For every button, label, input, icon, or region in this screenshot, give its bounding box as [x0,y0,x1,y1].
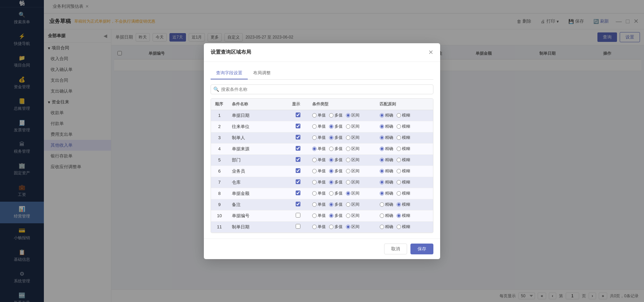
match-fuzzy-7[interactable]: 模糊 [397,179,410,185]
radio-exact-11[interactable] [380,225,384,229]
radio-exact-9[interactable] [380,202,384,207]
radio-exact-7[interactable] [380,180,384,184]
show-checkbox-10[interactable] [296,213,300,218]
radio-range-6[interactable] [346,169,350,173]
save-dialog-button[interactable]: 保存 [410,244,433,254]
type-multi-5[interactable]: 多值 [329,157,343,163]
radio-range-1[interactable] [346,113,350,118]
match-exact-5[interactable]: 精确 [380,157,393,163]
type-range-7[interactable]: 区间 [346,179,359,185]
show-checkbox-4[interactable] [296,146,300,151]
type-range-3[interactable]: 区间 [346,135,359,141]
radio-fuzzy-2[interactable] [397,124,401,129]
radio-multi-2[interactable] [329,124,333,129]
type-range-4[interactable]: 区间 [346,146,359,152]
type-multi-9[interactable]: 多值 [329,202,343,207]
radio-range-2[interactable] [346,124,350,129]
match-fuzzy-6[interactable]: 模糊 [397,168,410,174]
radio-fuzzy-4[interactable] [397,147,401,151]
radio-single-4[interactable] [312,147,317,151]
radio-exact-1[interactable] [380,113,384,118]
radio-fuzzy-9[interactable] [397,202,401,207]
type-single-8[interactable]: 单值 [312,191,326,196]
radio-exact-10[interactable] [380,213,384,218]
type-multi-10[interactable]: 多值 [329,213,343,219]
radio-single-2[interactable] [312,124,317,129]
radio-range-10[interactable] [346,213,350,218]
type-single-11[interactable]: 单值 [312,224,326,230]
radio-single-8[interactable] [312,191,317,196]
type-range-2[interactable]: 区间 [346,124,359,129]
match-fuzzy-5[interactable]: 模糊 [397,157,410,163]
radio-single-6[interactable] [312,169,317,173]
radio-range-3[interactable] [346,135,350,140]
radio-single-11[interactable] [312,225,317,229]
match-fuzzy-11[interactable]: 模糊 [397,224,410,230]
show-checkbox-2[interactable] [296,124,300,128]
type-range-11[interactable]: 区间 [346,224,359,230]
type-single-2[interactable]: 单值 [312,124,326,129]
match-fuzzy-2[interactable]: 模糊 [397,124,410,129]
type-range-10[interactable]: 区间 [346,213,359,219]
match-exact-2[interactable]: 精确 [380,124,393,129]
match-fuzzy-10[interactable]: 模糊 [397,213,410,219]
match-exact-9[interactable]: 精确 [380,202,393,207]
type-range-1[interactable]: 区间 [346,112,359,118]
type-multi-6[interactable]: 多值 [329,168,343,174]
match-fuzzy-3[interactable]: 模糊 [397,135,410,141]
match-fuzzy-9[interactable]: 模糊 [397,202,410,207]
radio-multi-11[interactable] [329,225,333,229]
radio-multi-7[interactable] [329,180,333,184]
show-checkbox-1[interactable] [296,112,300,117]
radio-multi-9[interactable] [329,202,333,207]
radio-multi-5[interactable] [329,158,333,162]
type-range-9[interactable]: 区间 [346,202,359,207]
radio-range-5[interactable] [346,158,350,162]
type-multi-2[interactable]: 多值 [329,124,343,129]
show-checkbox-3[interactable] [296,135,300,140]
radio-single-3[interactable] [312,135,317,140]
radio-exact-2[interactable] [380,124,384,129]
type-multi-4[interactable]: 多值 [329,146,343,152]
show-checkbox-9[interactable] [296,202,300,206]
type-single-4[interactable]: 单值 [312,146,326,152]
match-exact-4[interactable]: 精确 [380,146,393,152]
type-single-9[interactable]: 单值 [312,202,326,207]
radio-single-9[interactable] [312,202,317,207]
type-multi-3[interactable]: 多值 [329,135,343,141]
match-exact-10[interactable]: 精确 [380,213,393,219]
radio-multi-3[interactable] [329,135,333,140]
type-single-7[interactable]: 单值 [312,179,326,185]
match-exact-8[interactable]: 精确 [380,191,393,196]
show-checkbox-8[interactable] [296,191,300,195]
radio-multi-8[interactable] [329,191,333,196]
radio-multi-4[interactable] [329,147,333,151]
radio-exact-6[interactable] [380,169,384,173]
radio-exact-4[interactable] [380,147,384,151]
type-range-8[interactable]: 区间 [346,191,359,196]
radio-exact-5[interactable] [380,158,384,162]
show-checkbox-6[interactable] [296,168,300,173]
match-fuzzy-1[interactable]: 模糊 [397,112,410,118]
match-fuzzy-8[interactable]: 模糊 [397,191,410,196]
type-range-6[interactable]: 区间 [346,168,359,174]
radio-range-4[interactable] [346,147,350,151]
radio-fuzzy-5[interactable] [397,158,401,162]
type-multi-8[interactable]: 多值 [329,191,343,196]
radio-range-11[interactable] [346,225,350,229]
radio-range-7[interactable] [346,180,350,184]
show-checkbox-11[interactable] [296,224,300,229]
tab-query-fields[interactable]: 查询字段设置 [211,67,248,79]
match-exact-7[interactable]: 精确 [380,179,393,185]
radio-fuzzy-7[interactable] [397,180,401,184]
radio-exact-8[interactable] [380,191,384,196]
type-single-3[interactable]: 单值 [312,135,326,141]
radio-multi-10[interactable] [329,213,333,218]
type-single-10[interactable]: 单值 [312,213,326,219]
show-checkbox-7[interactable] [296,179,300,184]
dialog-close-button[interactable]: ✕ [428,49,433,56]
match-exact-6[interactable]: 精确 [380,168,393,174]
radio-fuzzy-10[interactable] [397,213,401,218]
radio-range-9[interactable] [346,202,350,207]
radio-fuzzy-11[interactable] [397,225,401,229]
